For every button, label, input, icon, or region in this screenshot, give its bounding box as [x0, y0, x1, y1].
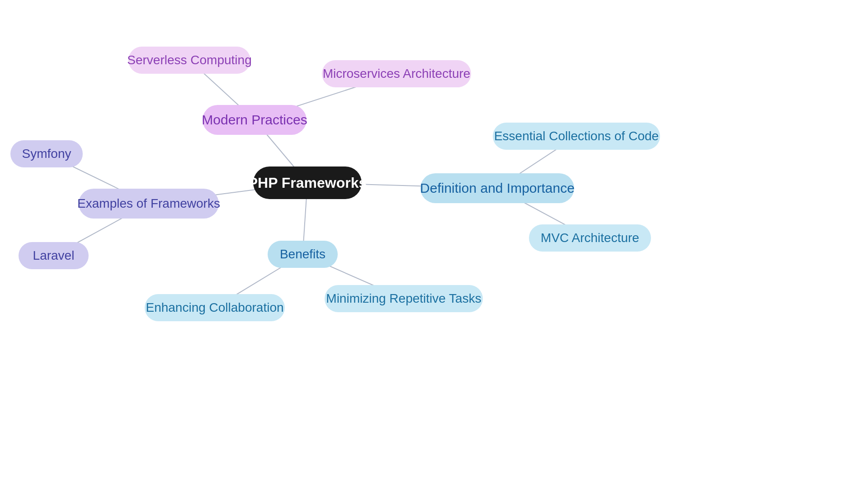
modern-practices-node: Modern Practices	[203, 105, 307, 135]
microservices-architecture-node: Microservices Architecture	[322, 60, 471, 87]
laravel-node: Laravel	[19, 242, 89, 269]
minimizing-repetitive-tasks-node: Minimizing Repetitive Tasks	[325, 285, 483, 312]
benefits-node: Benefits	[268, 241, 338, 268]
center-node: PHP Frameworks	[253, 167, 362, 199]
essential-collections-node: Essential Collections of Code	[493, 123, 660, 150]
enhancing-collaboration-node: Enhancing Collaboration	[145, 294, 285, 321]
serverless-computing-node: Serverless Computing	[128, 47, 250, 74]
definition-importance-node: Definition and Importance	[420, 173, 574, 203]
symfony-node: Symfony	[10, 140, 83, 167]
examples-of-frameworks-node: Examples of Frameworks	[79, 189, 219, 219]
mvc-architecture-node: MVC Architecture	[529, 224, 651, 252]
